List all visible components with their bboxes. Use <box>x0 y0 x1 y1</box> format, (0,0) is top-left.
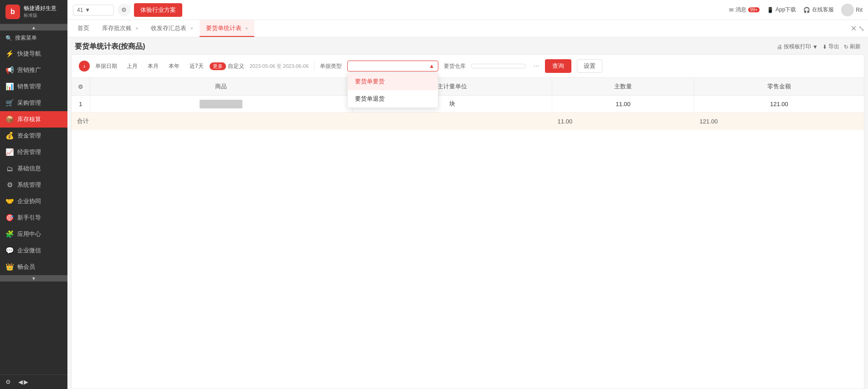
date-quick-buttons: 上月 本月 本年 近7天 更多 自定义 <box>123 61 244 72</box>
messages-badge-item[interactable]: ✉ 消息 99+ <box>729 6 760 14</box>
sidebar-logo: b 畅捷通好生意 标准版 <box>0 0 67 24</box>
dropdown-item-order-normal[interactable]: 要货单要货 <box>348 73 438 90</box>
type-input-wrapper: ▲ 要货单要货 要货单退货 <box>347 61 438 72</box>
date-more-button[interactable]: 更多 <box>210 62 226 70</box>
warehouse-filter-input[interactable] <box>471 64 526 68</box>
tab-batch-account[interactable]: 库存批次账 × <box>96 20 144 37</box>
sidebar-item-inventory[interactable]: 📦 库存核算 <box>0 111 67 128</box>
trial-industry-button[interactable]: 体验行业方案 <box>134 3 182 17</box>
main-area: 41 ▼ ⚙ 体验行业方案 ✉ 消息 99+ 📱 App下载 🎧 在线客服 R <box>67 0 868 389</box>
date-btn-this-month[interactable]: 本月 <box>144 61 163 72</box>
sidebar-item-member[interactable]: 👑 畅会员 <box>0 259 67 275</box>
sidebar-item-sales[interactable]: 📊 销售管理 <box>0 78 67 95</box>
date-btn-this-year[interactable]: 本年 <box>164 61 184 72</box>
refresh-action[interactable]: ↻ 刷新 <box>844 43 861 51</box>
online-service-item[interactable]: 🎧 在线客服 <box>803 6 834 14</box>
app-download-item[interactable]: 📱 App下载 <box>767 6 796 14</box>
tab-receipt-summary-label: 收发存汇总表 <box>151 24 186 32</box>
settings-button[interactable]: 设置 <box>577 59 602 73</box>
sidebar-bottom: ⚙ ◀▶ <box>0 374 67 389</box>
page-title: 要货单统计表(按商品) <box>75 42 145 51</box>
sidebar: b 畅捷通好生意 标准版 ▲ 🔍 搜索菜单 ⚡ 快捷导航 📢 营销推广 📊 销售… <box>0 0 67 389</box>
tab-home[interactable]: 首页 <box>71 20 96 37</box>
query-button[interactable]: 查询 <box>545 59 571 73</box>
sidebar-item-marketing[interactable]: 📢 营销推广 <box>0 62 67 78</box>
refresh-label: 刷新 <box>850 43 861 51</box>
col-quantity: 主数量 <box>552 78 694 96</box>
online-service-label: 在线客服 <box>812 6 834 14</box>
sidebar-item-quick-nav[interactable]: ⚡ 快捷导航 <box>0 46 67 62</box>
date-btn-last-month[interactable]: 上月 <box>123 61 142 72</box>
topbar: 41 ▼ ⚙ 体验行业方案 ✉ 消息 99+ 📱 App下载 🎧 在线客服 R <box>67 0 868 20</box>
sidebar-item-operations[interactable]: 📈 经营管理 <box>0 144 67 160</box>
tab-close-all-icon[interactable]: ✕ <box>851 24 857 33</box>
sidebar-item-label-sales: 销售管理 <box>17 82 41 91</box>
sidebar-item-cooperation[interactable]: 🤝 企业协同 <box>0 193 67 210</box>
export-label: 导出 <box>828 43 839 51</box>
date-custom-button[interactable]: 自定义 <box>228 62 244 70</box>
export-action[interactable]: ⬇ 导出 <box>822 43 839 51</box>
sidebar-item-label-finance: 资金管理 <box>17 132 41 140</box>
col-settings[interactable]: ⚙ <box>72 78 90 96</box>
settings-icon[interactable]: ⚙ <box>5 379 11 385</box>
refresh-icon: ↻ <box>844 44 848 50</box>
type-filter-input[interactable]: ▲ <box>347 61 438 72</box>
date-btn-7days[interactable]: 近7天 <box>185 61 208 72</box>
dropdown-item-order-return[interactable]: 要货单退货 <box>348 90 438 107</box>
app-download-label: App下载 <box>776 6 796 14</box>
sidebar-item-wechat-biz[interactable]: 💬 企业微信 <box>0 242 67 259</box>
tab-expand-icon[interactable]: ⤡ <box>858 24 864 33</box>
filter-more-button[interactable]: ··· <box>533 62 539 70</box>
date-filter-label: 单据日期 <box>95 62 117 70</box>
tab-batch-account-close[interactable]: × <box>135 26 138 31</box>
messages-label: 消息 <box>735 6 746 14</box>
app-center-icon: 🧩 <box>5 230 14 238</box>
print-action[interactable]: 🖨 按模板打印 ▼ <box>777 43 818 51</box>
tab-receipt-summary-close[interactable]: × <box>190 26 193 31</box>
message-icon: ✉ <box>729 7 734 13</box>
company-selector[interactable]: 41 ▼ <box>73 5 114 15</box>
sidebar-collapse-toggle[interactable]: ◀▶ <box>18 379 28 385</box>
tab-home-label: 首页 <box>77 24 89 32</box>
tab-order-summary-label: 要货单统计表 <box>206 24 241 32</box>
sidebar-item-label-quick-nav: 快捷导航 <box>17 50 41 58</box>
sidebar-item-label-operations: 经营管理 <box>17 148 41 156</box>
wechat-biz-icon: 💬 <box>5 246 14 255</box>
finance-icon: 💰 <box>5 132 14 140</box>
cooperation-icon: 🤝 <box>5 197 14 205</box>
system-icon: ⚙ <box>5 181 14 189</box>
sidebar-item-purchase[interactable]: 🛒 采购管理 <box>0 95 67 111</box>
sidebar-search[interactable]: 🔍 搜索菜单 <box>0 31 67 46</box>
messages-count-badge: 99+ <box>748 7 760 12</box>
tab-receipt-summary[interactable]: 收发存汇总表 × <box>144 20 199 37</box>
page-header: 要货单统计表(按商品) 🖨 按模板打印 ▼ ⬇ 导出 ↻ 刷新 <box>67 37 868 54</box>
sidebar-scroll-up[interactable]: ▲ <box>0 24 67 31</box>
sidebar-item-label-purchase: 采购管理 <box>17 99 41 107</box>
company-name: 41 <box>77 7 83 13</box>
sidebar-item-guide[interactable]: 🎯 新手引导 <box>0 210 67 226</box>
sidebar-item-app-center[interactable]: 🧩 应用中心 <box>0 226 67 242</box>
sidebar-item-finance[interactable]: 💰 资金管理 <box>0 128 67 144</box>
row-amount: 121.00 <box>694 96 864 113</box>
topbar-gear-button[interactable]: ⚙ <box>118 4 130 16</box>
tab-batch-account-label: 库存批次账 <box>102 24 132 32</box>
sidebar-item-label-wechat-biz: 企业微信 <box>17 246 41 255</box>
col-amount: 零售金额 <box>694 78 864 96</box>
sidebar-item-label-member: 畅会员 <box>17 263 35 271</box>
column-settings-icon[interactable]: ⚙ <box>78 83 83 90</box>
tab-order-summary-close[interactable]: × <box>245 26 248 31</box>
row-goods: ████ ████ <box>90 96 352 113</box>
user-avatar-item[interactable]: Rit <box>841 4 863 16</box>
online-service-icon: 🎧 <box>803 7 810 13</box>
sidebar-item-system[interactable]: ⚙ 系统管理 <box>0 177 67 193</box>
print-label: 按模板打印 <box>784 43 811 51</box>
sidebar-scroll-down[interactable]: ▼ <box>0 275 67 282</box>
tab-order-summary[interactable]: 要货单统计表 × <box>200 20 254 37</box>
filter-expand-button[interactable]: › <box>79 61 90 72</box>
sidebar-item-basic[interactable]: 🗂 基础信息 <box>0 160 67 177</box>
export-icon: ⬇ <box>822 44 827 50</box>
sidebar-item-label-app-center: 应用中心 <box>17 230 41 238</box>
type-filter-chevron-up: ▲ <box>429 63 434 69</box>
member-icon: 👑 <box>5 263 14 271</box>
sidebar-item-label-guide: 新手引导 <box>17 214 41 222</box>
